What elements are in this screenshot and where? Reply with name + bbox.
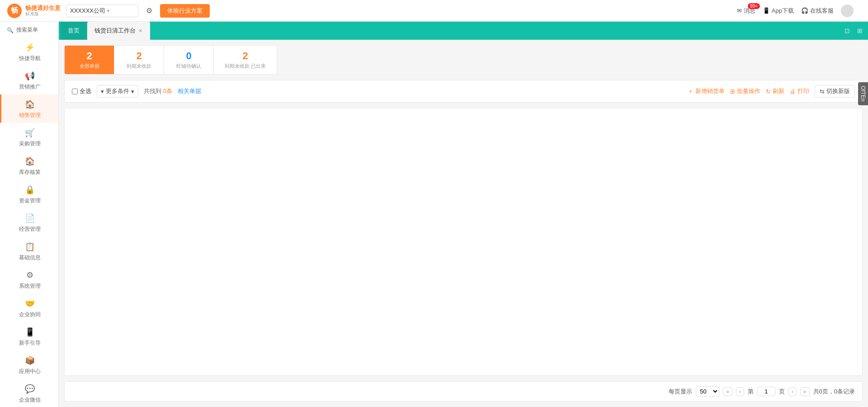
stats-tab-pending[interactable]: 0 旺辅待确认 (164, 46, 214, 74)
tab-close-icon[interactable]: ✕ (138, 28, 142, 34)
sidebar-item-finance[interactable]: 🔒 资金管理 (0, 180, 58, 208)
gear-icon: ⚙ (146, 6, 152, 15)
sidebar-item-wechat[interactable]: 💬 企业微信 (0, 379, 58, 407)
sidebar-item-system[interactable]: ⚙ 系统管理 (0, 265, 58, 294)
stats-num-pending: 0 (175, 50, 203, 62)
sidebar-item-sales[interactable]: 🏠 销售管理 (0, 94, 58, 123)
wechat-icon: 💬 (24, 384, 35, 394)
last-page-btn[interactable]: » (800, 387, 810, 396)
operations-icon: 📄 (24, 213, 35, 224)
sidebar-label-cooperation: 企业协同 (19, 311, 41, 318)
finance-icon: 🔒 (24, 184, 35, 195)
sidebar-label-wechat: 企业微信 (19, 396, 41, 404)
system-icon: ⚙ (24, 270, 35, 281)
print-button[interactable]: 🖨 打印 (790, 87, 809, 95)
stats-num-all: 2 (75, 50, 103, 62)
sidebar-label-sales: 销售管理 (19, 112, 41, 119)
search-label: 搜索菜单 (16, 26, 38, 34)
inventory-icon: 🏠 (24, 156, 35, 167)
sidebar-label-app-center: 应用中心 (19, 368, 41, 375)
print-label: 打印 (797, 87, 809, 95)
prev-page-btn[interactable]: ‹ (736, 387, 744, 396)
refresh-button[interactable]: ↻ 刷新 (766, 87, 784, 95)
add-sale-button[interactable]: ＋ 新增销货单 (688, 87, 725, 95)
switch-label: 切换新版 (826, 87, 850, 95)
sidebar-item-basic-info[interactable]: 📋 基础信息 (0, 237, 58, 265)
next-page-btn[interactable]: › (788, 387, 797, 396)
select-all-checkbox[interactable]: 全选 (72, 87, 91, 95)
per-page-label: 每页显示 (669, 388, 692, 396)
filter-icon: ▾ (101, 88, 104, 95)
stats-tab-overdue-out[interactable]: 2 到期未收款 已出库 (214, 46, 277, 74)
sidebar-item-marketing[interactable]: 📢 营销推广 (0, 66, 58, 94)
tab-minimize-icon[interactable]: ⊡ (843, 25, 852, 36)
quick-nav-icon: ⚡ (24, 42, 35, 53)
stats-label-all: 全部单据 (75, 63, 103, 70)
stats-label-overdue: 到期未收款 (125, 63, 153, 70)
sidebar-search[interactable]: 🔍 搜索菜单 (0, 22, 58, 37)
settings-icon-btn[interactable]: ⚙ (142, 4, 156, 18)
page-suffix: 页 (779, 388, 785, 396)
app-download-label: App下载 (772, 7, 794, 15)
pagination-bar: 每页显示 50 100 200 « ‹ 第 页 › » 共0页，0条记录 (64, 381, 863, 402)
sidebar-label-quick-nav: 快捷导航 (19, 55, 41, 62)
message-btn[interactable]: ✉ 消息 99+ (737, 7, 755, 15)
tab-home[interactable]: 首页 (61, 22, 87, 40)
logo-icon: 畅 (7, 4, 22, 18)
sidebar-item-inventory[interactable]: 🏠 库存核算 (0, 151, 58, 180)
related-link[interactable]: 相关单据 (178, 87, 201, 95)
headset-icon: 🎧 (801, 7, 808, 14)
logo-text: 畅捷通好生意 标准版 (25, 5, 61, 17)
often-badge[interactable]: OfTEn (858, 82, 868, 105)
cooperation-icon: 🤝 (24, 298, 35, 309)
sidebar-item-operations[interactable]: 📄 经营管理 (0, 208, 58, 237)
switch-version-button[interactable]: ⇆ 切换新版 (815, 85, 855, 98)
online-service-btn[interactable]: 🎧 在线客服 (801, 7, 834, 15)
sidebar-item-guide[interactable]: 📱 新手引导 (0, 322, 58, 351)
found-prefix: 共找到 (144, 88, 161, 94)
sidebar-item-app-center[interactable]: 📦 应用中心 (0, 351, 58, 379)
phone-icon: 📱 (763, 7, 770, 14)
sidebar-label-operations: 经营管理 (19, 225, 41, 233)
sidebar-label-guide: 新手引导 (19, 339, 41, 347)
stats-tabs: 2 全部单据 2 到期未收款 0 旺辅待确认 2 到期未收款 已出库 (64, 45, 277, 75)
sidebar-label-marketing: 营销推广 (19, 83, 41, 91)
found-text: 共找到 0条 (144, 87, 172, 95)
filter-button[interactable]: ▾ 更多条件 ▾ (97, 85, 138, 98)
tab-actions: ⊡ ⊞ (843, 25, 868, 36)
stats-label-overdue-out: 到期未收款 已出库 (225, 63, 266, 70)
page-number-input[interactable] (757, 387, 775, 396)
sidebar-item-cooperation[interactable]: 🤝 企业协同 (0, 294, 58, 322)
select-all-label: 全选 (80, 87, 91, 95)
toolbar: 全选 ▾ 更多条件 ▾ 共找到 0条 相关单据 ＋ 新增销货单 (64, 80, 863, 103)
stats-tab-all[interactable]: 2 全部单据 (65, 46, 114, 74)
chevron-down-icon: ▾ (107, 8, 109, 13)
message-icon: ✉ (737, 7, 742, 14)
stats-tab-overdue[interactable]: 2 到期未收款 (114, 46, 164, 74)
app-center-icon: 📦 (24, 355, 35, 366)
trial-button[interactable]: 体验行业方案 (160, 4, 210, 18)
content-area: 首页 钱货日清工作台 ✕ ⊡ ⊞ 2 全部单据 2 到期未收款 (59, 22, 868, 407)
online-service-label: 在线客服 (810, 7, 834, 15)
top-right: ✉ 消息 99+ 📱 App下载 🎧 在线客服 (737, 5, 861, 17)
per-page-select[interactable]: 50 100 200 (696, 386, 719, 397)
table-area (64, 108, 863, 376)
tab-maximize-icon[interactable]: ⊞ (855, 25, 864, 36)
select-all-input[interactable] (72, 89, 78, 94)
batch-button[interactable]: ⊞ 批量操作 (730, 87, 760, 95)
company-selector[interactable]: XXXXXX公司 ▾ (66, 5, 138, 17)
filter-label: 更多条件 (106, 87, 129, 95)
tab-workbench[interactable]: 钱货日清工作台 ✕ (87, 22, 150, 40)
chevron-filter-icon: ▾ (131, 88, 134, 95)
first-page-btn[interactable]: « (723, 387, 732, 396)
stats-num-overdue-out: 2 (225, 50, 266, 62)
refresh-label: 刷新 (773, 87, 784, 95)
sidebar-item-purchase[interactable]: 🛒 采购管理 (0, 123, 58, 151)
page-label: 第 (748, 388, 754, 396)
stats-num-overdue: 2 (125, 50, 153, 62)
sidebar-item-quick-nav[interactable]: ⚡ 快捷导航 (0, 37, 58, 66)
app-download-btn[interactable]: 📱 App下载 (763, 7, 794, 15)
page-content: 2 全部单据 2 到期未收款 0 旺辅待确认 2 到期未收款 已出库 (59, 40, 868, 407)
avatar[interactable] (841, 5, 854, 17)
top-bar: 畅 畅捷通好生意 标准版 XXXXXX公司 ▾ ⚙ 体验行业方案 ✉ 消息 99… (0, 0, 868, 22)
